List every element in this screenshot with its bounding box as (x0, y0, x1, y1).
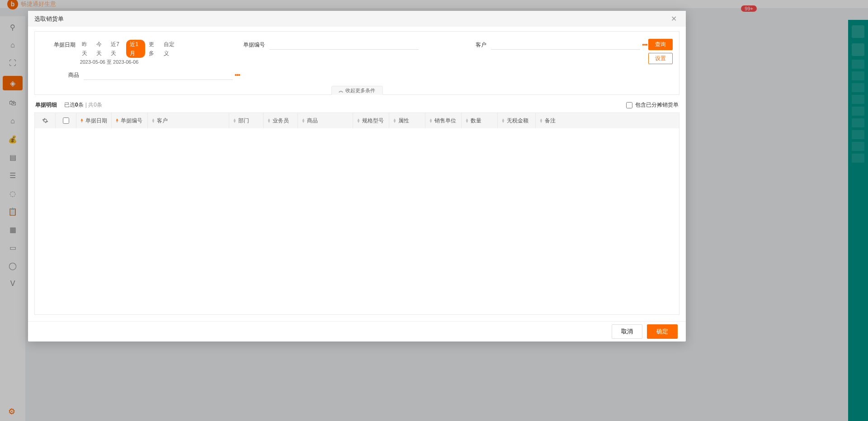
sort-icon: ▲▼ (357, 118, 360, 123)
sort-icon: ▲▼ (267, 118, 271, 123)
filter-date-label: 单据日期 (43, 40, 75, 50)
product-input[interactable] (84, 70, 233, 80)
modal-header: 选取销货单 ✕ (28, 11, 686, 27)
selected-count: 已选0条 (64, 101, 84, 109)
col-label: 规格型号 (362, 117, 384, 125)
col-label: 备注 (545, 117, 556, 125)
sort-icon: ▲▼ (429, 118, 433, 123)
col-8[interactable]: ▲▼销售单位 (425, 113, 462, 128)
summary-row: 单据明细 已选0条 | 共0条 包含已分摊销货单 (28, 95, 686, 112)
gear-icon (42, 117, 48, 124)
summary-title: 单据明细 (35, 101, 57, 109)
col-label: 数量 (471, 117, 481, 125)
horizontal-scrollbar[interactable] (34, 315, 679, 321)
col-checkbox (56, 113, 76, 128)
filter-settings-button[interactable]: 设置 (648, 53, 673, 64)
col-11[interactable]: ▲▼备注 (536, 113, 679, 128)
docno-input[interactable] (269, 40, 419, 50)
date-from: 2023-05-06 (80, 59, 105, 65)
filter-product: 商品 ••• (43, 70, 240, 80)
table-body (35, 128, 679, 314)
sort-icon: ▲▼ (539, 118, 543, 123)
col-label: 单据日期 (85, 117, 107, 125)
sort-icon: ▲▼ (393, 118, 396, 123)
product-picker-icon[interactable]: ••• (235, 71, 240, 79)
select-sales-order-modal: 选取销货单 ✕ 单据日期 昨天 今天 近7天 近1月 更多 自定义 20 (28, 11, 686, 341)
col-10[interactable]: ▲▼无税金额 (498, 113, 536, 128)
col-3[interactable]: ▲▼部门 (229, 113, 264, 128)
filter-docno: 单据编号 (229, 40, 419, 50)
include-allocated-checkbox[interactable] (626, 102, 632, 108)
sort-icon: ▲▼ (233, 118, 236, 123)
col-label: 部门 (238, 117, 249, 125)
filter-date: 单据日期 昨天 今天 近7天 近1月 更多 自定义 2023-05-06 至 2… (43, 40, 179, 65)
include-allocated-label: 包含已分摊销货单 (635, 101, 679, 109)
customer-picker-icon[interactable]: ••• (642, 41, 647, 48)
data-table: ▲▼单据日期▲▼单据编号▲▼客户▲▼部门▲▼业务员▲▼商品▲▼规格型号▲▼属性▲… (34, 112, 679, 315)
ok-button[interactable]: 确定 (647, 324, 678, 339)
date-to: 2023-06-06 (113, 59, 138, 65)
collapse-label: 收起更多条件 (345, 88, 375, 93)
total-count: | 共0条 (85, 101, 102, 109)
date-opt-yesterday[interactable]: 昨天 (80, 40, 93, 58)
col-1[interactable]: ▲▼单据编号 (112, 113, 148, 128)
col-label: 客户 (157, 117, 168, 125)
filter-product-label: 商品 (43, 70, 79, 80)
sort-icon: ▲▼ (465, 118, 469, 123)
col-label: 单据编号 (121, 117, 142, 125)
filter-customer-label: 客户 (450, 40, 486, 50)
select-all-checkbox[interactable] (63, 117, 69, 124)
filter-panel: 单据日期 昨天 今天 近7天 近1月 更多 自定义 2023-05-06 至 2… (34, 31, 679, 95)
col-label: 无税金额 (507, 117, 528, 125)
filter-customer: 客户 ••• (450, 40, 647, 50)
sort-icon: ▲▼ (501, 118, 505, 123)
date-opt-7days[interactable]: 近7天 (109, 40, 124, 58)
col-6[interactable]: ▲▼规格型号 (353, 113, 389, 128)
col-9[interactable]: ▲▼数量 (462, 113, 498, 128)
date-option-group: 昨天 今天 近7天 近1月 更多 自定义 (80, 40, 179, 58)
modal-footer: 取消 确定 (28, 321, 686, 341)
query-button[interactable]: 查询 (648, 39, 673, 50)
sort-icon: ▲▼ (302, 118, 305, 123)
date-opt-more[interactable]: 更多 (147, 40, 160, 58)
col-label: 属性 (398, 117, 409, 125)
chevron-up-icon: ︽ (339, 88, 345, 93)
col-label: 商品 (307, 117, 318, 125)
filter-docno-label: 单据编号 (229, 40, 265, 50)
close-icon[interactable]: ✕ (668, 13, 679, 25)
sort-icon: ▲▼ (151, 118, 155, 123)
col-label: 业务员 (273, 117, 289, 125)
cancel-button[interactable]: 取消 (612, 324, 642, 339)
col-4[interactable]: ▲▼业务员 (264, 113, 298, 128)
table-header: ▲▼单据日期▲▼单据编号▲▼客户▲▼部门▲▼业务员▲▼商品▲▼规格型号▲▼属性▲… (35, 113, 679, 128)
col-2[interactable]: ▲▼客户 (148, 113, 229, 128)
col-5[interactable]: ▲▼商品 (298, 113, 353, 128)
date-range-display: 2023-05-06 至 2023-06-06 (80, 59, 179, 65)
date-sep: 至 (107, 59, 112, 65)
sort-icon: ▲▼ (115, 118, 119, 123)
filter-buttons: 查询 设置 (648, 39, 673, 64)
collapse-filters-toggle[interactable]: ︽ 收起更多条件 (331, 86, 382, 95)
customer-input[interactable] (491, 40, 640, 50)
col-0[interactable]: ▲▼单据日期 (76, 113, 112, 128)
date-opt-today[interactable]: 今天 (94, 40, 107, 58)
col-7[interactable]: ▲▼属性 (389, 113, 425, 128)
date-opt-1month[interactable]: 近1月 (126, 40, 145, 58)
col-settings[interactable] (35, 113, 56, 128)
date-opt-custom[interactable]: 自定义 (162, 40, 179, 58)
col-label: 销售单位 (434, 117, 456, 125)
modal-title: 选取销货单 (34, 15, 64, 23)
sort-icon: ▲▼ (80, 118, 84, 123)
